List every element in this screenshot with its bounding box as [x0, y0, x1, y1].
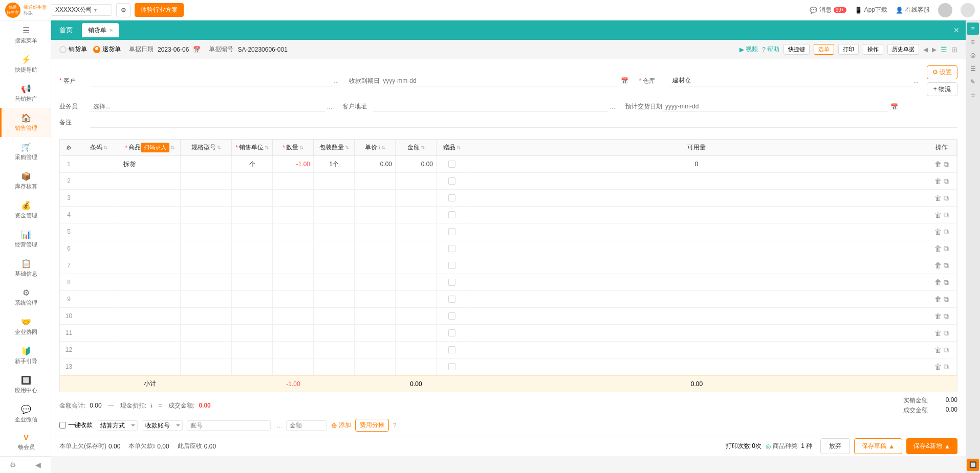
rp-btn-7[interactable]: 🔲	[967, 459, 979, 471]
sidebar-item-system[interactable]: ⚙ 系统管理	[0, 283, 51, 312]
copy-row-btn[interactable]: ⧉	[944, 211, 949, 219]
delete-row-btn[interactable]: 🗑	[934, 312, 942, 320]
td-spec[interactable]	[181, 173, 232, 189]
sidebar-item-guide[interactable]: 🔰 新手引导	[0, 341, 51, 370]
td-product[interactable]	[119, 325, 181, 341]
message-btn[interactable]: 💬 消息 99+	[810, 6, 846, 14]
td-unit[interactable]	[232, 240, 273, 257]
td-spec[interactable]	[181, 274, 232, 290]
td-gift[interactable]	[437, 325, 467, 341]
expense-help-icon[interactable]: ?	[393, 422, 397, 429]
sidebar-item-operations[interactable]: 📊 经营管理	[0, 224, 51, 254]
td-spec[interactable]	[181, 156, 232, 172]
td-amount[interactable]	[396, 207, 437, 223]
barcode-sort-icon[interactable]: ⇅	[103, 145, 107, 150]
address-dots-icon[interactable]: ...	[610, 103, 615, 110]
td-qty[interactable]	[273, 257, 314, 274]
td-qty[interactable]	[273, 358, 314, 375]
td-amount[interactable]	[396, 240, 437, 257]
td-gift[interactable]	[437, 308, 467, 324]
sidebar-item-inventory[interactable]: 📦 库存核算	[0, 166, 51, 195]
td-gift[interactable]	[437, 240, 467, 257]
barcode-input[interactable]	[80, 329, 117, 336]
td-product[interactable]	[119, 308, 181, 324]
price-info-icon[interactable]: ℹ	[378, 145, 380, 150]
gift-checkbox[interactable]	[448, 161, 455, 168]
sidebar-settings-btn[interactable]: ⚙	[10, 461, 16, 469]
td-pkgqty[interactable]: 1个	[314, 156, 355, 172]
history-btn[interactable]: 历史单据	[887, 44, 919, 55]
td-pkgqty[interactable]	[314, 257, 355, 274]
calc-method-select[interactable]: 结算方式	[97, 420, 138, 431]
td-qty[interactable]	[273, 223, 314, 240]
sidebar-item-apps[interactable]: 🔲 应用中心	[0, 370, 51, 399]
td-gift[interactable]	[437, 358, 467, 375]
td-spec[interactable]	[181, 291, 232, 307]
settings-button[interactable]: ⚙ 设置	[927, 65, 957, 79]
sidebar-item-member[interactable]: V 畅会员	[0, 429, 51, 456]
salesperson-input[interactable]	[90, 101, 325, 112]
warehouse-input[interactable]	[669, 76, 911, 86]
tab-home[interactable]: 首页	[51, 20, 81, 40]
td-product[interactable]	[119, 190, 181, 206]
td-amount[interactable]: 0.00	[396, 156, 437, 172]
user-avatar2[interactable]	[961, 3, 975, 17]
td-gift[interactable]	[437, 342, 467, 358]
gift-checkbox[interactable]	[448, 245, 455, 252]
delete-row-btn[interactable]: 🗑	[934, 194, 942, 202]
barcode-input[interactable]	[80, 245, 117, 252]
delete-row-btn[interactable]: 🗑	[934, 346, 942, 354]
customer-address-input[interactable]	[373, 101, 608, 112]
sidebar-item-wechat[interactable]: 💬 企业微信	[0, 399, 51, 429]
td-gift[interactable]	[437, 173, 467, 189]
td-pkgqty[interactable]	[314, 325, 355, 341]
sidebar-item-collab[interactable]: 🤝 企业协同	[0, 312, 51, 341]
td-amount[interactable]	[396, 308, 437, 324]
td-unit[interactable]	[232, 342, 273, 358]
td-spec[interactable]	[181, 223, 232, 240]
td-amount[interactable]	[396, 173, 437, 189]
td-qty[interactable]	[273, 274, 314, 290]
td-gift[interactable]	[437, 257, 467, 274]
td-price[interactable]	[355, 223, 396, 240]
list-view-icon[interactable]: ☰	[941, 46, 947, 54]
gift-checkbox[interactable]	[448, 329, 455, 336]
help-link[interactable]: ? 帮助	[762, 45, 779, 54]
save-new-button[interactable]: 保存&新增 ▲	[906, 438, 957, 454]
gift-checkbox[interactable]	[448, 177, 455, 185]
select-btn[interactable]: 选单	[814, 44, 834, 55]
th-settings[interactable]: ⚙	[60, 140, 78, 155]
expense-split-button[interactable]: 费用分摊	[355, 419, 389, 432]
one-click-payment-checkbox[interactable]	[59, 422, 66, 429]
td-amount[interactable]	[396, 325, 437, 341]
td-gift[interactable]	[437, 274, 467, 290]
td-qty[interactable]	[273, 342, 314, 358]
td-barcode[interactable]	[78, 173, 119, 189]
price-sort-icon[interactable]: ⇅	[381, 145, 385, 150]
td-price[interactable]	[355, 342, 396, 358]
grid-view-icon[interactable]: ⊞	[951, 46, 957, 54]
td-barcode[interactable]	[78, 342, 119, 358]
td-unit[interactable]	[232, 274, 273, 290]
expected-delivery-input[interactable]	[662, 101, 888, 112]
sidebar-item-search-order[interactable]: ☰ 搜索菜单	[0, 20, 51, 50]
product-sort-icon[interactable]: ⇅	[170, 145, 175, 150]
td-spec[interactable]	[181, 207, 232, 223]
td-barcode[interactable]	[78, 207, 119, 223]
td-qty[interactable]	[273, 325, 314, 341]
radio-return-order[interactable]: 退货单	[93, 45, 121, 54]
delete-row-btn[interactable]: 🗑	[934, 363, 942, 371]
gift-checkbox[interactable]	[448, 296, 455, 303]
td-barcode[interactable]	[78, 190, 119, 206]
td-pkgqty[interactable]	[314, 240, 355, 257]
sidebar-item-quick-nav[interactable]: ⚡ 快捷导航	[0, 50, 51, 79]
copy-row-btn[interactable]: ⧉	[944, 312, 949, 321]
abandon-button[interactable]: 放弃	[820, 438, 850, 454]
td-price[interactable]	[355, 358, 396, 375]
td-qty[interactable]	[273, 173, 314, 189]
warehouse-dots-icon[interactable]: ...	[913, 77, 919, 84]
barcode-input[interactable]	[80, 177, 117, 185]
td-product[interactable]	[119, 223, 181, 240]
delete-row-btn[interactable]: 🗑	[934, 211, 942, 219]
td-gift[interactable]	[437, 156, 467, 172]
